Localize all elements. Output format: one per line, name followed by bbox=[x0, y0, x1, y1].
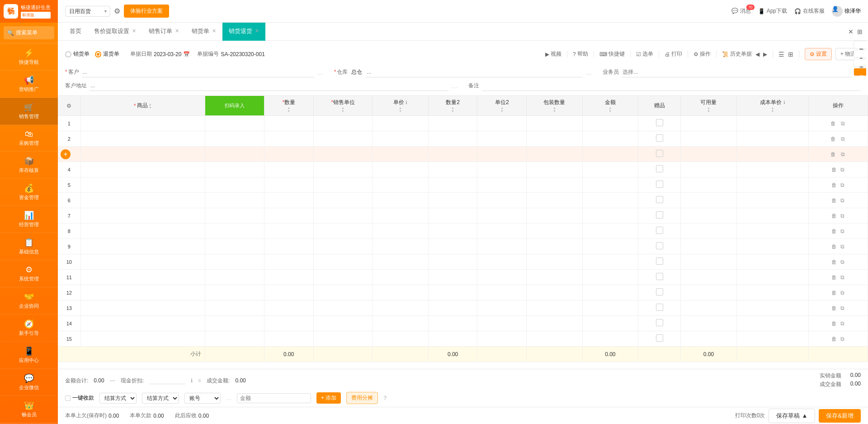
sidebar-item-guide[interactable]: 🧭 新手引导 bbox=[0, 314, 58, 342]
doc-date-value[interactable]: 2023-03-20 bbox=[154, 51, 181, 57]
copy-row-2[interactable]: ⧉ bbox=[839, 135, 847, 143]
unit2-sort-icon[interactable]: ▲▼ bbox=[481, 106, 523, 113]
save-draft-button[interactable]: 保存草稿 ▲ bbox=[769, 409, 815, 423]
sidebar-item-business[interactable]: 📊 经营管理 bbox=[0, 206, 58, 233]
qty-input-1[interactable] bbox=[267, 120, 311, 127]
help-btn[interactable]: ? 帮助 bbox=[573, 50, 588, 58]
radio-sale-goods[interactable]: 销货单 bbox=[65, 50, 90, 58]
app-download-btn[interactable]: 📱 App下载 bbox=[758, 7, 787, 15]
amount-sort-icon[interactable]: ▲▼ bbox=[586, 106, 634, 113]
goods-input-3[interactable] bbox=[84, 151, 203, 157]
gift-check-14[interactable] bbox=[656, 319, 663, 326]
price-sort-icon[interactable]: ▲▼ bbox=[376, 106, 424, 113]
tab-sale-price-close[interactable]: ✕ bbox=[132, 28, 136, 34]
expense-split-btn[interactable]: 费用分摊 bbox=[346, 392, 378, 404]
add-row-btn[interactable]: + bbox=[61, 149, 71, 159]
search-menu-button[interactable]: 🔍 搜索菜单 bbox=[4, 26, 54, 39]
delete-row-10[interactable]: 🗑 bbox=[830, 258, 838, 266]
goods-sort-icon[interactable]: ▲▼ bbox=[149, 103, 152, 109]
tab-sale-order-close[interactable]: ✕ bbox=[175, 28, 179, 34]
add-payment-btn[interactable]: + 添加 bbox=[316, 392, 341, 404]
gift-check-8[interactable] bbox=[656, 227, 663, 234]
history-btn[interactable]: 📜 历史单据 bbox=[722, 50, 752, 58]
delete-row-9[interactable]: 🗑 bbox=[830, 243, 838, 251]
delete-row-2[interactable]: 🗑 bbox=[829, 135, 837, 143]
shortcut-btn[interactable]: ⌨ 快捷键 bbox=[599, 50, 625, 58]
customer-input[interactable] bbox=[82, 67, 314, 77]
qty-sort-icon[interactable]: ▲▼ bbox=[268, 106, 310, 113]
operate-btn[interactable]: ⚙ 操作 bbox=[693, 50, 711, 58]
sidebar-item-inventory[interactable]: 📦 库存核算 bbox=[0, 152, 58, 179]
account-select[interactable]: 账号 bbox=[184, 393, 221, 404]
gift-check-4[interactable] bbox=[656, 165, 663, 172]
gift-check-10[interactable] bbox=[656, 257, 663, 265]
copy-row-10[interactable]: ⧉ bbox=[838, 258, 846, 266]
discount-input[interactable] bbox=[149, 377, 185, 384]
unit-sort-icon[interactable]: ▲▼ bbox=[317, 106, 369, 113]
print-btn[interactable]: 🖨 打印 bbox=[665, 50, 682, 58]
gift-check-1[interactable] bbox=[656, 119, 663, 126]
config-icon[interactable]: ⚙ bbox=[66, 103, 71, 109]
gift-check-2[interactable] bbox=[656, 134, 663, 142]
gift-check-15[interactable] bbox=[656, 334, 663, 342]
tab-maximize-icon[interactable]: ⊞ bbox=[857, 28, 863, 35]
sidebar-item-cooperation[interactable]: 🤝 企业协同 bbox=[0, 287, 58, 314]
sidebar-item-quicknav[interactable]: ⚡ 快捷导航 bbox=[0, 43, 58, 71]
gift-check-7[interactable] bbox=[656, 211, 663, 219]
sidebar-item-purchase[interactable]: 🛍 采购管理 bbox=[0, 125, 58, 152]
settings-btn[interactable]: ⚙ 设置 bbox=[805, 48, 832, 60]
tab-sale-return-close[interactable]: ✕ bbox=[255, 28, 259, 34]
scan-input-btn[interactable]: 扫码录入 bbox=[222, 101, 247, 110]
sidebar-item-member[interactable]: 👑 畅会员 bbox=[0, 396, 58, 423]
copy-row-3[interactable]: ⧉ bbox=[839, 150, 847, 158]
tab-home[interactable]: 首页 bbox=[63, 23, 88, 41]
quick-pay-checkbox[interactable]: 一键收款 bbox=[65, 394, 94, 402]
delete-row-12[interactable]: 🗑 bbox=[830, 289, 838, 297]
goods-input-1[interactable] bbox=[84, 120, 203, 127]
right-panel-attachment[interactable]: 附件 bbox=[854, 41, 866, 49]
delete-row-8[interactable]: 🗑 bbox=[830, 227, 838, 235]
tab-sale-goods-close[interactable]: ✕ bbox=[212, 28, 216, 34]
online-service-btn[interactable]: 🎧 在线客服 bbox=[794, 7, 825, 15]
copy-row-7[interactable]: ⧉ bbox=[838, 212, 846, 220]
account-more-icon[interactable]: … bbox=[226, 395, 231, 401]
right-panel-more[interactable]: 更多 bbox=[854, 68, 866, 76]
copy-row-13[interactable]: ⧉ bbox=[838, 304, 846, 312]
copy-row-9[interactable]: ⧉ bbox=[838, 243, 846, 251]
save-new-button[interactable]: 保存&新增 bbox=[819, 409, 861, 423]
tab-sale-price[interactable]: 售价提取设置 ✕ bbox=[88, 23, 142, 41]
video-btn[interactable]: ▶ 视频 bbox=[545, 50, 561, 58]
remark-input[interactable] bbox=[482, 81, 861, 91]
radio-return-goods[interactable]: 退货单 bbox=[95, 50, 119, 58]
delete-row-6[interactable]: 🗑 bbox=[830, 196, 838, 205]
sidebar-item-basicinfo[interactable]: 📋 基础信息 bbox=[0, 233, 58, 260]
payment-amount-input[interactable] bbox=[237, 393, 311, 403]
sidebar-item-wechat[interactable]: 💬 企业微信 bbox=[0, 369, 58, 396]
user-menu[interactable]: 👤 徐泽华 bbox=[832, 6, 861, 17]
calendar-icon[interactable]: 📅 bbox=[183, 51, 190, 57]
delete-row-7[interactable]: 🗑 bbox=[830, 212, 838, 220]
right-panel-note[interactable]: 备注 bbox=[854, 50, 866, 58]
salesperson-input[interactable] bbox=[622, 67, 852, 77]
gift-check-13[interactable] bbox=[656, 304, 663, 311]
copy-row-12[interactable]: ⧉ bbox=[838, 289, 846, 297]
available-sort-icon[interactable]: ▲▼ bbox=[684, 106, 732, 113]
delete-row-14[interactable]: 🗑 bbox=[830, 319, 838, 328]
unit-input-1[interactable] bbox=[316, 120, 370, 127]
delete-row-1[interactable]: 🗑 bbox=[829, 119, 837, 128]
gift-check-12[interactable] bbox=[656, 288, 663, 295]
copy-row-1[interactable]: ⧉ bbox=[839, 119, 847, 128]
copy-row-6[interactable]: ⧉ bbox=[838, 196, 846, 205]
prev-doc-btn[interactable]: ◀ bbox=[755, 51, 760, 57]
goods-cell-1[interactable] bbox=[80, 116, 205, 131]
copy-row-8[interactable]: ⧉ bbox=[838, 227, 846, 235]
tab-close-window-icon[interactable]: ✕ bbox=[848, 28, 854, 35]
summary-method-select[interactable]: 结算方式 bbox=[142, 393, 179, 404]
sidebar-item-system[interactable]: ⚙ 系统管理 bbox=[0, 260, 58, 287]
address-more-icon[interactable]: … bbox=[451, 82, 458, 90]
calc-method-select[interactable]: 结算方式 bbox=[99, 393, 137, 404]
copy-row-4[interactable]: ⧉ bbox=[838, 166, 846, 174]
qty2-sort-icon[interactable]: ▲▼ bbox=[432, 106, 474, 113]
view-detail-btn[interactable]: ⊞ bbox=[788, 51, 793, 58]
pkg-sort-icon[interactable]: ▲▼ bbox=[530, 106, 578, 113]
